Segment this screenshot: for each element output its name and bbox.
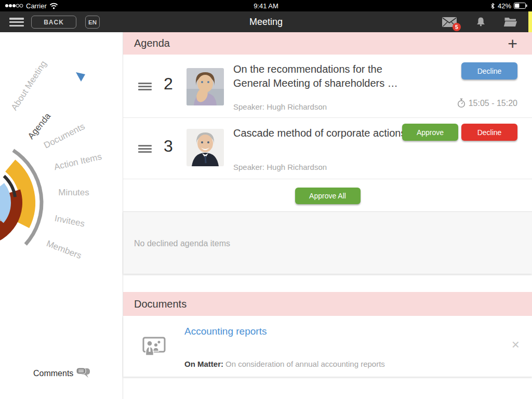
agenda-item-row: 3 Cascade method of corporate actions Sp… [123,118,532,179]
agenda-header-label: Agenda [134,37,170,49]
battery-percent-label: 42% [498,2,511,10]
approve-all-button[interactable]: Approve All [295,188,361,204]
agenda-item-number: 3 [159,137,177,156]
drag-handle-icon[interactable] [138,83,152,90]
wifi-icon [49,3,58,9]
language-button[interactable]: EN [85,16,100,29]
agenda-item-speaker: Speaker: Hugh Richardson [233,163,327,171]
no-declined-items-label: No declined agenda items [134,239,230,248]
declined-items-section: No declined agenda items [123,211,532,274]
folder-icon [503,17,517,27]
matter-label: On Matter: [184,360,223,368]
sidebar-item-documents[interactable]: Documents [42,122,87,151]
speaker-avatar [187,68,224,105]
drag-handle-icon[interactable] [138,145,152,153]
sidebar-item-minutes[interactable]: Minutes [58,188,89,198]
decline-button[interactable]: Decline [461,124,517,141]
signal-strength-icon [5,4,23,8]
agenda-item-title: On the recommendations for the General M… [233,62,413,90]
stopwatch-icon [457,98,466,108]
sidebar-item-about-meeting[interactable]: About Meeting [9,59,49,113]
add-agenda-item-button[interactable]: + [508,33,517,54]
bell-icon [475,16,487,28]
presentation-icon [142,336,167,357]
agenda-item-title: Cascade method of corporate actions [233,126,413,140]
speaker-photo-1 [187,68,224,105]
time-range-label: 15:05 - 15:20 [469,99,517,108]
clock-label: 9:41 AM [0,2,532,10]
agenda-item-speaker: Speaker: Hugh Richardson [233,102,327,111]
main-content: Agenda + 2 On the recommendations for t [123,32,532,399]
speaker-avatar [187,129,224,166]
approve-all-row: Approve All [123,179,532,211]
comments-button[interactable]: Comments [33,368,90,379]
document-row: Accounting reports On Matter:On consider… [123,316,532,377]
mail-badge: 5 [453,23,461,31]
close-icon[interactable]: × [512,338,520,351]
agenda-section-header: Agenda + [123,32,532,55]
sidebar: About Meeting Agenda Documents Action It… [0,32,123,399]
documents-section-header: Documents [123,292,532,316]
decline-button[interactable]: Decline [461,62,517,79]
status-bar: Carrier 9:41 AM 42% [0,0,532,11]
back-button[interactable]: BACK [31,16,76,29]
bluetooth-icon [490,3,495,9]
menu-icon[interactable] [9,18,24,26]
meeting-app-screen: Carrier 9:41 AM 42% BACK EN Meeting [0,0,532,399]
accent-strip [528,11,532,32]
comments-label: Comments [33,369,73,378]
document-link[interactable]: Accounting reports [184,326,267,337]
documents-header-label: Documents [134,298,187,310]
agenda-item-number: 2 [159,74,177,94]
mail-button[interactable]: 5 [442,11,457,32]
carrier-label: Carrier [26,2,47,10]
sidebar-item-agenda[interactable]: Agenda [26,111,53,141]
notifications-button[interactable] [474,11,487,32]
active-pointer-icon [74,70,87,83]
approve-button[interactable]: Approve [402,124,458,141]
agenda-item-row: 2 On the recommendations for the General… [123,55,532,118]
document-matter: On Matter:On consideration of annual acc… [184,360,385,368]
battery-icon [514,3,527,9]
nav-bar: BACK EN Meeting 5 [0,11,532,32]
matter-text: On consideration of annual accounting re… [225,360,385,368]
speaker-photo-2 [187,129,224,166]
agenda-item-time: 15:05 - 15:20 [457,98,517,108]
comments-icon [76,368,90,379]
documents-folder-button[interactable] [503,11,517,32]
